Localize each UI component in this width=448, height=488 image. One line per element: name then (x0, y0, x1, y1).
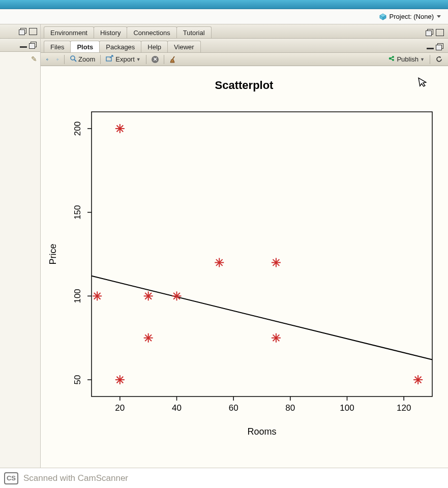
minimize-pane-icon[interactable] (427, 44, 434, 49)
svg-rect-15 (92, 112, 432, 396)
camscanner-text: Scanned with CamScanner (23, 473, 128, 483)
svg-text:40: 40 (172, 403, 182, 413)
export-label: Export (115, 55, 135, 63)
svg-text:120: 120 (397, 403, 411, 413)
wand-icon[interactable]: ✎ (31, 55, 37, 63)
left-pane-window-controls (0, 24, 40, 39)
svg-text:50: 50 (73, 375, 82, 385)
publish-icon (388, 55, 395, 64)
maximize-window-icon[interactable] (29, 28, 37, 35)
plot-area: Scatterplot2040608010012050100150200Room… (41, 66, 448, 468)
left-pane-window-controls-2 (0, 39, 40, 52)
tab-packages[interactable]: Packages (99, 41, 141, 52)
close-icon: ✕ (152, 56, 159, 63)
publish-button[interactable]: Publish ▼ (386, 54, 427, 64)
clear-plots-button[interactable] (167, 55, 180, 64)
svg-line-4 (74, 59, 76, 62)
plot-forward-button[interactable] (54, 56, 61, 63)
export-icon (106, 55, 114, 64)
camscanner-logo-icon: CS (4, 472, 18, 484)
restore-pane-icon[interactable] (426, 29, 434, 36)
publish-label: Publish (397, 55, 419, 63)
svg-text:150: 150 (73, 205, 82, 219)
camscanner-watermark: CS Scanned with CamScanner (0, 468, 448, 488)
zoom-icon (70, 55, 77, 64)
publish-caret-icon: ▼ (420, 57, 425, 62)
tab-files[interactable]: Files (44, 41, 71, 52)
svg-text:Price: Price (48, 243, 58, 264)
lower-tabstrip: Files Plots Packages Help Viewer (41, 39, 448, 53)
window-titlebar-strip (0, 0, 448, 9)
rstudio-project-icon (379, 13, 386, 20)
zoom-button[interactable]: Zoom (68, 54, 97, 64)
project-dropdown-caret-icon[interactable] (437, 15, 441, 18)
tab-connections[interactable]: Connections (127, 26, 176, 38)
svg-text:60: 60 (229, 403, 238, 413)
export-caret-icon: ▼ (136, 57, 141, 62)
left-pane-body: ✎ (0, 52, 40, 468)
restore-window-icon[interactable] (19, 28, 27, 35)
remove-plot-button[interactable]: ✕ (150, 55, 161, 64)
upper-tabstrip: Environment History Connections Tutorial (41, 24, 448, 39)
tab-environment[interactable]: Environment (44, 26, 94, 38)
svg-text:200: 200 (73, 121, 82, 136)
svg-text:Rooms: Rooms (247, 426, 276, 437)
tab-viewer[interactable]: Viewer (167, 41, 201, 52)
refresh-button[interactable] (433, 55, 445, 64)
tab-tutorial[interactable]: Tutorial (176, 26, 212, 38)
svg-text:100: 100 (340, 403, 354, 413)
maximize-pane-icon[interactable] (436, 29, 444, 36)
svg-text:80: 80 (285, 403, 295, 413)
minimize-window-icon[interactable] (20, 43, 27, 48)
restore-pane-icon[interactable] (436, 43, 444, 50)
project-selector-row: Project: (None) (0, 9, 448, 24)
restore-window-icon[interactable] (29, 42, 37, 49)
svg-point-3 (71, 56, 75, 60)
left-pane: ✎ (0, 24, 41, 468)
export-button[interactable]: Export ▼ (104, 54, 143, 64)
tab-history[interactable]: History (94, 26, 127, 38)
svg-text:20: 20 (115, 403, 125, 413)
plot-toolbar: Zoom Export ▼ ✕ P (41, 53, 448, 66)
tab-help[interactable]: Help (141, 41, 168, 52)
scatterplot-chart: Scatterplot2040608010012050100150200Room… (41, 66, 447, 452)
plot-back-button[interactable] (44, 56, 51, 63)
svg-text:100: 100 (73, 289, 82, 303)
right-pane: Environment History Connections Tutorial… (41, 24, 448, 468)
tab-plots[interactable]: Plots (70, 41, 100, 52)
svg-text:Scatterplot: Scatterplot (215, 79, 274, 92)
project-label[interactable]: Project: (None) (390, 13, 434, 20)
zoom-label: Zoom (78, 55, 95, 63)
svg-line-38 (92, 276, 432, 360)
